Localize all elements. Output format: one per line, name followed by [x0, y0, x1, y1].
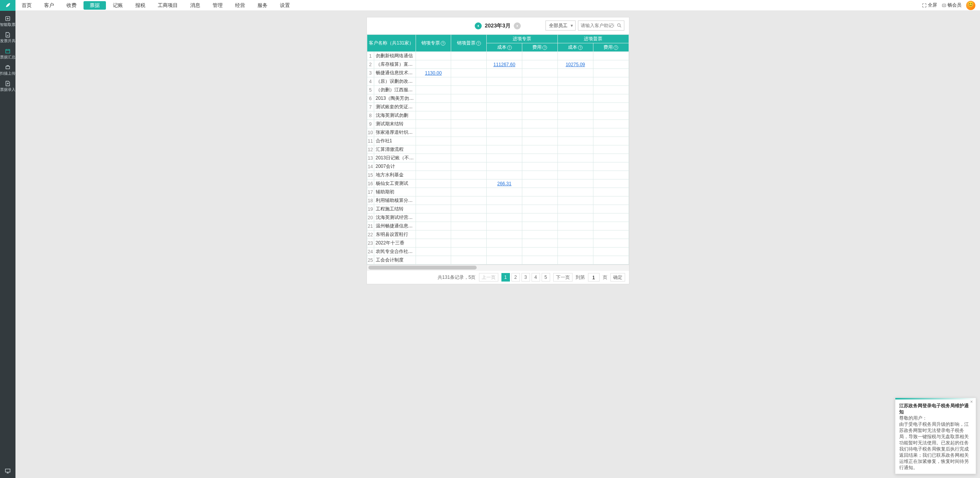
top-bar: 首页客户收费票据记账报税工商项目消息管理经营服务设置 全屏 畅会员 — [0, 0, 980, 11]
top-right: 全屏 畅会员 — [922, 1, 980, 10]
topnav-item-3[interactable]: 票据 — [84, 1, 106, 10]
member-label: 畅会员 — [948, 2, 961, 9]
topnav-item-6[interactable]: 工商项目 — [152, 0, 184, 11]
topnav-item-0[interactable]: 首页 — [15, 0, 38, 11]
topnav-item-2[interactable]: 收费 — [60, 0, 83, 11]
topnav-item-10[interactable]: 服务 — [251, 0, 274, 11]
member-button[interactable]: 畅会员 — [942, 2, 961, 9]
fullscreen-icon — [922, 3, 927, 8]
top-nav: 首页客户收费票据记账报税工商项目消息管理经营服务设置 — [15, 0, 922, 11]
topnav-item-7[interactable]: 消息 — [184, 0, 206, 11]
topnav-item-4[interactable]: 记账 — [107, 0, 129, 11]
topnav-item-11[interactable]: 设置 — [274, 0, 296, 11]
feather-icon — [4, 2, 11, 9]
topnav-item-8[interactable]: 管理 — [206, 0, 229, 11]
topnav-item-5[interactable]: 报税 — [129, 0, 152, 11]
fullscreen-button[interactable]: 全屏 — [922, 2, 937, 9]
avatar-button[interactable] — [966, 1, 975, 10]
app-logo[interactable] — [0, 0, 15, 11]
fullscreen-label: 全屏 — [928, 2, 937, 9]
topnav-item-1[interactable]: 客户 — [38, 0, 60, 11]
topnav-item-9[interactable]: 经营 — [229, 0, 251, 11]
play-box-icon — [942, 3, 946, 8]
